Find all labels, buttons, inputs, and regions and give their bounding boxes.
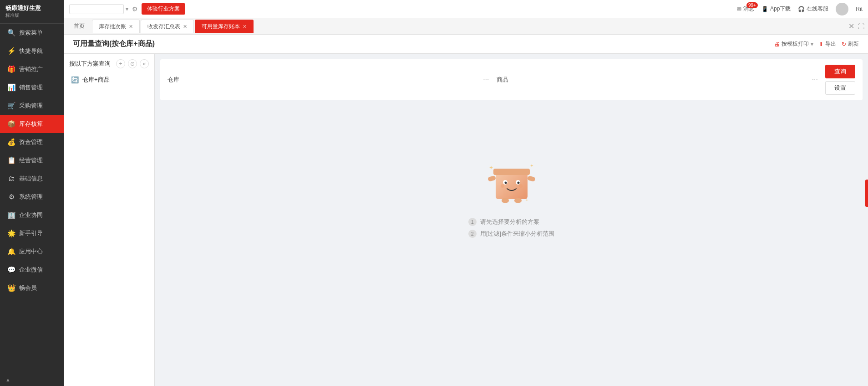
brand-name: 畅康通好生意 — [5, 5, 58, 12]
tab-receive-summary[interactable]: 收发存汇总表 ✕ — [141, 20, 194, 33]
hint-number-1: 1 — [468, 218, 477, 226]
message-icon: ✉ — [737, 6, 741, 12]
warehouse-more-icon[interactable]: ··· — [483, 76, 489, 84]
username[interactable]: Rit — [856, 6, 863, 12]
filter-header: 按以下方案查询 + ⊙ « — [64, 59, 154, 72]
sidebar-item-label: 企业微信 — [19, 266, 43, 274]
topbar-search-area: ▾ — [69, 4, 128, 14]
main-area: ▾ ⚙ 体验行业方案 ✉ 消息 99+ 📱 App下载 🎧 在线客服 — [64, 0, 868, 386]
star-icon: 🌟 — [7, 229, 15, 237]
print-button[interactable]: 🖨 按模板打印 ▾ — [774, 40, 813, 48]
chat-icon: 💬 — [7, 266, 15, 274]
service-label: 在线客服 — [807, 5, 828, 13]
collapse-icon: ▲ — [5, 377, 10, 382]
tab-home[interactable]: 首页 — [67, 20, 91, 33]
svg-rect-9 — [527, 175, 535, 182]
tab-close-icon[interactable]: ✕ — [129, 24, 133, 30]
tab-close-icon[interactable]: ✕ — [243, 24, 247, 30]
sidebar-item-appcenter[interactable]: 🔔 应用中心 — [0, 242, 64, 261]
svg-text:✦: ✦ — [489, 165, 493, 171]
sidebar-item-search[interactable]: 🔍 搜索菜单 — [0, 24, 64, 42]
expand-icon[interactable]: ⛶ — [858, 23, 864, 30]
empty-hints: 1 请先选择要分析的方案 2 用[过滤]条件来缩小分析范围 — [468, 218, 554, 238]
sidebar-footer[interactable]: ▲ — [0, 373, 64, 386]
trial-button[interactable]: 体验行业方案 — [142, 3, 185, 15]
warehouse-input[interactable] — [183, 74, 479, 85]
query-button[interactable]: 查询 — [825, 65, 855, 78]
window-close-icon[interactable]: ✕ — [848, 22, 854, 31]
sidebar-item-label: 销售管理 — [19, 83, 43, 92]
sidebar-item-label: 营销推广 — [19, 65, 43, 73]
folder-icon: 🗂 — [7, 175, 15, 182]
sidebar-item-member[interactable]: 👑 畅会员 — [0, 279, 64, 297]
page-title: 可用量查询(按仓库+商品) — [73, 39, 155, 49]
sidebar-item-enterprise[interactable]: 🏢 企业协同 — [0, 206, 64, 224]
sidebar-item-label: 资金管理 — [19, 138, 43, 146]
svg-text:✦: ✦ — [525, 198, 528, 202]
sidebar-item-inventory[interactable]: 📦 库存核算 — [0, 115, 64, 133]
message-button[interactable]: ✉ 消息 99+ — [737, 5, 754, 13]
crown-icon: 👑 — [7, 284, 15, 292]
settings-icon[interactable]: ⚙ — [132, 5, 138, 13]
bell-icon: 🔔 — [7, 247, 15, 256]
scheme-settings-button[interactable]: ⊙ — [128, 59, 137, 68]
sidebar-item-finance[interactable]: 💰 资金管理 — [0, 133, 64, 151]
sidebar-item-marketing[interactable]: 🎁 营销推广 — [0, 60, 64, 78]
online-service-button[interactable]: 🎧 在线客服 — [798, 5, 828, 13]
sidebar-item-wecom[interactable]: 💬 企业微信 — [0, 261, 64, 279]
search-input[interactable] — [69, 4, 124, 14]
clipboard-icon: 📋 — [7, 156, 15, 165]
tab-batch-ledger[interactable]: 库存批次账 ✕ — [92, 20, 140, 33]
scheme-title: 按以下方案查询 — [69, 60, 111, 68]
app-download-button[interactable]: 📱 App下载 — [761, 5, 791, 13]
sidebar-item-shortcut[interactable]: ⚡ 快捷导航 — [0, 42, 64, 60]
sidebar-item-system[interactable]: ⚙ 系统管理 — [0, 188, 64, 206]
svg-point-7 — [519, 184, 523, 188]
scheme-icon: 🔄 — [71, 76, 79, 83]
hint-number-2: 2 — [468, 230, 477, 238]
right-panel: 仓库 ··· 商品 ··· 查询 设置 — [155, 54, 868, 386]
chart-icon: 📊 — [7, 83, 15, 92]
goods-field: 商品 ··· — [497, 74, 818, 85]
sidebar-item-label: 系统管理 — [19, 193, 43, 201]
collapse-panel-button[interactable]: « — [140, 59, 149, 68]
sidebar-item-label: 应用中心 — [19, 247, 43, 256]
sidebar-item-label: 经营管理 — [19, 156, 43, 165]
svg-rect-11 — [514, 198, 522, 203]
add-scheme-button[interactable]: + — [116, 59, 125, 68]
sidebar-item-purchase[interactable]: 🛒 采购管理 — [0, 97, 64, 115]
goods-more-icon[interactable]: ··· — [812, 76, 818, 84]
goods-label: 商品 — [497, 76, 508, 84]
sidebar-item-operation[interactable]: 📋 经营管理 — [0, 151, 64, 170]
sidebar-item-label: 基础信息 — [19, 175, 43, 183]
tab-close-icon[interactable]: ✕ — [183, 24, 187, 30]
warehouse-label: 仓库 — [168, 76, 179, 84]
tab-available-ledger[interactable]: 可用量库存账本 ✕ — [195, 20, 254, 33]
hint-text-1: 请先选择要分析的方案 — [480, 218, 539, 226]
refresh-label: 刷新 — [848, 40, 859, 48]
refresh-button[interactable]: ↻ 刷新 — [842, 40, 859, 48]
hint-text-2: 用[过滤]条件来缩小分析范围 — [480, 230, 554, 238]
printer-icon: 🖨 — [774, 41, 780, 47]
scheme-warehouse-goods[interactable]: 🔄 仓库+商品 — [64, 72, 154, 87]
print-chevron-icon[interactable]: ▾ — [811, 41, 813, 47]
goods-input[interactable] — [512, 74, 808, 85]
empty-state: ✦ ✦ ✦ 1 请先选择要分析的方案 2 用[过滤]条件来缩小分析范围 — [160, 106, 863, 288]
filter-row: 仓库 ··· 商品 ··· 查询 设置 — [160, 59, 863, 100]
export-button[interactable]: ⬆ 导出 — [819, 40, 836, 48]
sidebar-item-sales[interactable]: 📊 销售管理 — [0, 78, 64, 97]
left-filter-panel: 按以下方案查询 + ⊙ « 🔄 仓库+商品 — [64, 54, 155, 386]
tab-receive-label: 收发存汇总表 — [147, 23, 180, 31]
sidebar-item-newbie[interactable]: 🌟 新手引导 — [0, 224, 64, 242]
setting-button[interactable]: 设置 — [825, 81, 855, 95]
chevron-down-icon[interactable]: ▾ — [126, 6, 128, 12]
sidebar-header: 畅康通好生意 标准版 — [0, 0, 64, 24]
svg-point-4 — [504, 182, 507, 184]
building-icon: 🏢 — [7, 211, 15, 219]
page-actions: 🖨 按模板打印 ▾ ⬆ 导出 ↻ 刷新 — [774, 40, 859, 48]
svg-rect-8 — [487, 175, 496, 182]
tab-batch-ledger-label: 库存批次账 — [99, 23, 126, 31]
svg-rect-0 — [496, 172, 528, 199]
sidebar-item-basic[interactable]: 🗂 基础信息 — [0, 170, 64, 188]
headset-icon: 🎧 — [798, 6, 805, 12]
